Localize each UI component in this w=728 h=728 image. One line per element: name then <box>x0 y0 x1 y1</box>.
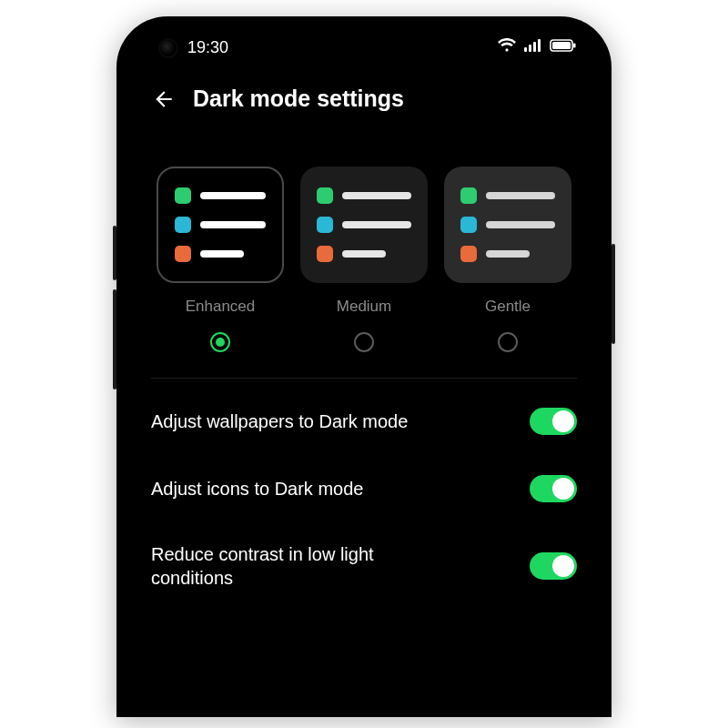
svg-rect-1 <box>529 45 531 52</box>
volume-up-button <box>113 226 116 280</box>
front-camera <box>160 40 177 56</box>
mode-label: Gentle <box>485 298 531 316</box>
toggle-adjust-wallpapers[interactable] <box>530 408 577 435</box>
setting-label: Reduce contrast in low light conditions <box>151 542 460 590</box>
status-right-icons <box>497 38 577 53</box>
screen: 19:30 <box>129 27 599 717</box>
setting-adjust-icons[interactable]: Adjust icons to Dark mode <box>151 455 577 522</box>
mode-label: Medium <box>337 298 391 316</box>
settings-list: Adjust wallpapers to Dark mode Adjust ic… <box>129 379 599 610</box>
svg-rect-6 <box>573 44 576 48</box>
mode-preview-enhanced <box>157 167 284 283</box>
mode-radio-medium[interactable] <box>354 332 374 352</box>
back-button[interactable] <box>151 86 177 112</box>
mode-option-medium[interactable]: Medium <box>298 167 430 352</box>
svg-rect-0 <box>524 47 527 52</box>
toggle-adjust-icons[interactable] <box>530 475 577 502</box>
status-time: 19:30 <box>187 38 228 57</box>
phone-frame: 19:30 <box>116 16 612 717</box>
svg-rect-5 <box>552 42 571 49</box>
svg-rect-2 <box>533 42 536 52</box>
mode-option-gentle[interactable]: Gentle <box>442 167 573 352</box>
dark-mode-styles: Enhanced Medium <box>129 125 599 352</box>
battery-icon <box>550 38 577 53</box>
mode-option-enhanced[interactable]: Enhanced <box>155 167 286 352</box>
setting-adjust-wallpapers[interactable]: Adjust wallpapers to Dark mode <box>151 388 577 455</box>
toggle-reduce-contrast[interactable] <box>530 552 577 580</box>
page-header: Dark mode settings <box>129 69 599 125</box>
setting-reduce-contrast[interactable]: Reduce contrast in low light conditions <box>151 522 577 610</box>
mode-preview-medium <box>300 167 428 283</box>
signal-icon <box>524 38 542 53</box>
power-button <box>612 244 615 344</box>
volume-down-button <box>113 289 116 389</box>
setting-label: Adjust wallpapers to Dark mode <box>151 410 408 433</box>
page-title: Dark mode settings <box>193 86 404 112</box>
mode-radio-gentle[interactable] <box>498 332 518 352</box>
mode-preview-gentle <box>444 167 571 283</box>
mode-label: Enhanced <box>186 298 256 316</box>
mode-radio-enhanced[interactable] <box>210 332 230 352</box>
status-bar: 19:30 <box>129 27 599 69</box>
arrow-left-icon <box>152 87 176 111</box>
wifi-icon <box>497 38 517 53</box>
setting-label: Adjust icons to Dark mode <box>151 477 363 500</box>
svg-rect-3 <box>538 39 541 52</box>
